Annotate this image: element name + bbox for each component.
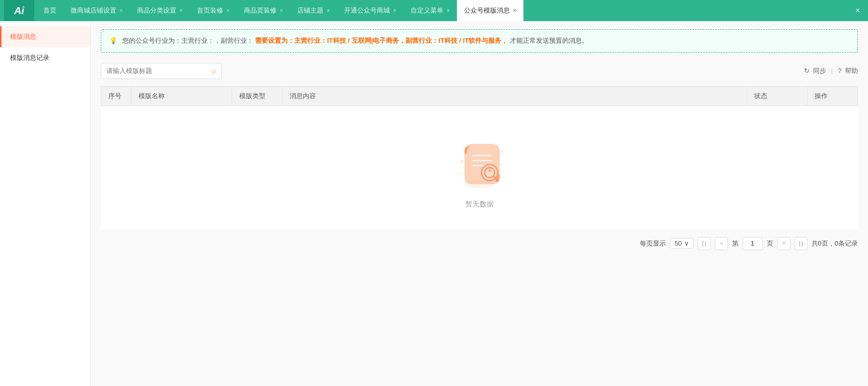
first-page-button[interactable]: ⟨⟨ bbox=[698, 237, 711, 250]
nav-tab-close-template-msg[interactable]: × bbox=[513, 7, 516, 14]
search-icon[interactable]: ⌕ bbox=[212, 66, 216, 75]
nav-tab-close-shop-settings[interactable]: × bbox=[119, 7, 123, 14]
notice-highlight: 需要设置为：主营行业：IT科技 / 互联网|电子商务，副营行业：IT科技 / I… bbox=[255, 37, 508, 44]
page-size-label: 每页显示 bbox=[640, 239, 666, 248]
nav-tab-product-decor[interactable]: 商品页装修× bbox=[237, 0, 290, 21]
main-layout: 模版消息模版消息记录 💡 您的公众号行业为：主营行业：，副营行业： 需要设置为：… bbox=[0, 21, 868, 386]
empty-text: 暂无数据 bbox=[101, 200, 858, 209]
nav-tab-label-open-mall: 开通公众号商城 bbox=[344, 6, 390, 15]
data-table: 序号模版名称模版类型消息内容状态操作 bbox=[101, 86, 858, 229]
nav-tab-custom-menu[interactable]: 自定义菜单× bbox=[404, 0, 457, 21]
page-number-input[interactable] bbox=[743, 237, 763, 250]
table-col-index: 序号 bbox=[101, 86, 131, 106]
tabs-container: 首页微商城店铺设置×商品分类设置×首页装修×商品页装修×店铺主题×开通公众号商城… bbox=[36, 0, 523, 21]
nav-tab-label-template-msg: 公众号模版消息 bbox=[464, 6, 510, 15]
nav-tab-home[interactable]: 首页 bbox=[36, 0, 63, 21]
table-col-action: 操作 bbox=[808, 86, 858, 106]
search-input[interactable] bbox=[106, 67, 210, 74]
notice-text-before: 您的公众号行业为：主营行业：，副营行业： bbox=[122, 37, 253, 44]
close-all-button[interactable]: × bbox=[851, 4, 864, 17]
logo: Ai bbox=[4, 0, 34, 21]
table-scroll-wrap: 序号模版名称模版类型消息内容状态操作 bbox=[101, 86, 858, 229]
help-label: 帮助 bbox=[845, 67, 858, 74]
notice-box: 💡 您的公众号行业为：主营行业：，副营行业： 需要设置为：主营行业：IT科技 /… bbox=[101, 29, 858, 53]
nav-tab-label-home: 首页 bbox=[43, 6, 56, 15]
table-col-status: 状态 bbox=[747, 86, 808, 106]
nav-tab-close-category-settings[interactable]: × bbox=[179, 7, 183, 14]
sidebar-items: 模版消息模版消息记录 bbox=[0, 26, 90, 68]
search-bar: ⌕ ↻ 同步 | ? 帮助 bbox=[101, 63, 858, 79]
table-col-content: 消息内容 bbox=[283, 86, 747, 106]
nav-tab-close-custom-menu[interactable]: × bbox=[446, 7, 450, 14]
nav-tab-close-home-decor[interactable]: × bbox=[226, 7, 230, 14]
nav-tab-close-open-mall[interactable]: × bbox=[393, 7, 396, 14]
page-label-after: 页 bbox=[767, 239, 773, 248]
svg-point-10 bbox=[501, 150, 503, 152]
help-button[interactable]: ? 帮助 bbox=[838, 66, 858, 75]
sync-label: 同步 bbox=[813, 67, 826, 74]
next-page-button[interactable]: ＞ bbox=[777, 237, 790, 250]
help-icon: ? bbox=[838, 67, 841, 74]
nav-tab-category-settings[interactable]: 商品分类设置× bbox=[130, 0, 190, 21]
nav-tab-template-msg[interactable]: 公众号模版消息× bbox=[457, 0, 523, 21]
last-page-button[interactable]: ⟩⟩ bbox=[794, 237, 808, 250]
page-size-value: 50 bbox=[675, 240, 682, 247]
notice-icon: 💡 bbox=[109, 36, 117, 46]
table-body: 暂无数据 bbox=[101, 106, 858, 229]
table-header-row: 序号模版名称模版类型消息内容状态操作 bbox=[101, 86, 858, 106]
sidebar: 模版消息模版消息记录 bbox=[0, 21, 91, 386]
nav-tab-close-shop-theme[interactable]: × bbox=[326, 7, 330, 14]
sidebar-item-template-msg-log[interactable]: 模版消息记录 bbox=[0, 47, 90, 68]
total-label: 共0页，0条记录 bbox=[812, 239, 858, 248]
toolbar-divider: | bbox=[831, 67, 833, 74]
nav-tab-label-home-decor: 首页装修 bbox=[197, 6, 223, 15]
nav-tab-close-product-decor[interactable]: × bbox=[280, 7, 283, 14]
content-area: 💡 您的公众号行业为：主营行业：，副营行业： 需要设置为：主营行业：IT科技 /… bbox=[91, 21, 868, 386]
empty-row: 暂无数据 bbox=[101, 106, 858, 229]
page-label-before: 第 bbox=[732, 239, 739, 248]
toolbar-right: ↻ 同步 | ? 帮助 bbox=[804, 66, 858, 75]
table-col-type: 模版类型 bbox=[232, 86, 283, 106]
table-col-name: 模版名称 bbox=[131, 86, 232, 106]
notice-text-after: 才能正常发送预置的消息。 bbox=[510, 37, 588, 44]
nav-tab-label-shop-settings: 微商城店铺设置 bbox=[71, 6, 116, 15]
nav-tab-shop-theme[interactable]: 店铺主题× bbox=[290, 0, 337, 21]
search-input-wrap[interactable]: ⌕ bbox=[101, 63, 222, 79]
nav-tab-label-category-settings: 商品分类设置 bbox=[137, 6, 176, 15]
empty-icon bbox=[452, 136, 507, 192]
sidebar-item-template-msg[interactable]: 模版消息 bbox=[0, 26, 90, 47]
page-size-select[interactable]: 50 ∨ bbox=[670, 238, 693, 249]
nav-tab-open-mall[interactable]: 开通公众号商城× bbox=[337, 0, 404, 21]
nav-tab-home-decor[interactable]: 首页装修× bbox=[190, 0, 237, 21]
nav-tab-label-custom-menu: 自定义菜单 bbox=[411, 6, 443, 15]
sync-icon: ↻ bbox=[804, 67, 810, 74]
svg-point-11 bbox=[458, 173, 460, 175]
pagination: 每页显示 50 ∨ ⟨⟨ ＜ 第 页 ＞ ⟩⟩ 共0页，0条记录 bbox=[101, 237, 858, 250]
nav-tab-label-shop-theme: 店铺主题 bbox=[297, 6, 323, 15]
nav-tab-shop-settings[interactable]: 微商城店铺设置× bbox=[63, 0, 130, 21]
prev-page-button[interactable]: ＜ bbox=[715, 237, 728, 250]
sync-button[interactable]: ↻ 同步 bbox=[804, 66, 826, 75]
nav-tab-label-product-decor: 商品页装修 bbox=[244, 6, 277, 15]
empty-state: 暂无数据 bbox=[101, 106, 858, 229]
page-size-arrow: ∨ bbox=[684, 240, 689, 247]
top-nav: Ai 首页微商城店铺设置×商品分类设置×首页装修×商品页装修×店铺主题×开通公众… bbox=[0, 0, 868, 21]
svg-point-9 bbox=[460, 160, 463, 163]
